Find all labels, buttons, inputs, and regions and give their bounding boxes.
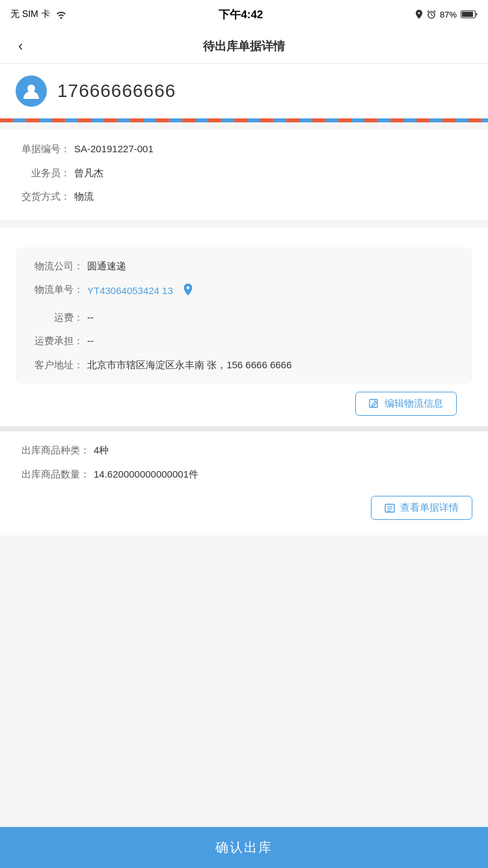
nav-bar: ‹ 待出库单据详情 [0, 29, 488, 64]
user-icon [22, 82, 40, 100]
section-divider [0, 426, 488, 431]
goods-type-row: 出库商品种类： 4种 [16, 443, 472, 458]
status-right: 87% [415, 10, 478, 20]
status-bar: 无 SIM 卡 下午4:42 87% [0, 0, 488, 29]
logistics-company-label: 物流公司： [29, 259, 87, 274]
salesperson-label: 业务员： [16, 166, 74, 181]
freight-row: 运费： -- [29, 310, 459, 325]
freight-label: 运费： [29, 310, 87, 325]
status-left: 无 SIM 卡 [10, 8, 67, 20]
goods-quantity-label: 出库商品数量： [16, 467, 94, 482]
confirm-bar: 确认出库 [0, 827, 488, 868]
tracking-label: 物流单号： [29, 282, 87, 297]
confirm-button[interactable]: 确认出库 [0, 839, 488, 856]
address-value: 北京市市辖区海淀区永丰南 张，156 6666 6666 [87, 358, 459, 373]
logistics-section: 物流公司： 圆通速递 物流单号： YT43064053424 13 运费： --… [0, 228, 488, 427]
back-button[interactable]: ‹ [13, 33, 28, 60]
edit-icon [369, 399, 379, 409]
goods-section: 出库商品种类： 4种 出库商品数量： 14.620000000000001件 查… [0, 431, 488, 536]
tracking-row: 物流单号： YT43064053424 13 [29, 282, 459, 301]
page-title: 待出库单据详情 [203, 38, 285, 54]
view-detail-button[interactable]: 查看单据详情 [371, 496, 472, 520]
battery-label: 87% [440, 10, 457, 20]
edit-logistics-row: 编辑物流信息 [16, 384, 472, 426]
order-number-row: 单据编号： SA-20191227-001 [16, 142, 472, 157]
logistics-company-row: 物流公司： 圆通速递 [29, 259, 459, 274]
wifi-icon [55, 10, 67, 19]
edit-logistics-label: 编辑物流信息 [385, 398, 443, 410]
svg-rect-2 [462, 12, 473, 17]
carrier-label: 无 SIM 卡 [10, 8, 50, 20]
location-icon [415, 10, 423, 19]
address-row: 客户地址： 北京市市辖区海淀区永丰南 张，156 6666 6666 [29, 358, 459, 373]
delivery-row: 交货方式： 物流 [16, 189, 472, 204]
delivery-value: 物流 [74, 189, 472, 204]
salesperson-value: 曾凡杰 [74, 166, 472, 181]
address-label: 客户地址： [29, 358, 87, 373]
freight-bearing-value: -- [87, 334, 459, 349]
goods-type-value: 4种 [94, 443, 472, 458]
list-icon [385, 503, 395, 513]
view-detail-label: 查看单据详情 [400, 502, 459, 514]
view-detail-row: 查看单据详情 [16, 491, 472, 530]
logistics-company-value: 圆通速递 [87, 259, 459, 274]
alarm-icon [427, 10, 436, 19]
avatar [16, 75, 47, 107]
salesperson-row: 业务员： 曾凡杰 [16, 166, 472, 181]
freight-bearing-label: 运费承担： [29, 334, 87, 349]
freight-value: -- [87, 310, 459, 325]
freight-bearing-row: 运费承担： -- [29, 334, 459, 349]
map-pin-icon[interactable] [181, 282, 195, 301]
battery-icon [461, 10, 478, 19]
order-info-section: 单据编号： SA-20191227-001 业务员： 曾凡杰 交货方式： 物流 [0, 130, 488, 220]
tracking-value: YT43064053424 13 [87, 282, 459, 301]
goods-quantity-row: 出库商品数量： 14.620000000000001件 [16, 467, 472, 482]
status-time: 下午4:42 [219, 7, 263, 22]
order-number-label: 单据编号： [16, 142, 74, 157]
logistics-card: 物流公司： 圆通速递 物流单号： YT43064053424 13 运费： --… [16, 247, 472, 385]
goods-type-label: 出库商品种类： [16, 443, 94, 458]
order-number-value: SA-20191227-001 [74, 142, 472, 157]
goods-quantity-value: 14.620000000000001件 [94, 467, 472, 482]
dashed-divider [0, 118, 488, 122]
customer-phone: 17666666666 [57, 81, 176, 102]
customer-header: 17666666666 [0, 64, 488, 118]
bottom-spacer [0, 536, 488, 614]
edit-logistics-button[interactable]: 编辑物流信息 [355, 392, 457, 416]
delivery-label: 交货方式： [16, 189, 74, 204]
